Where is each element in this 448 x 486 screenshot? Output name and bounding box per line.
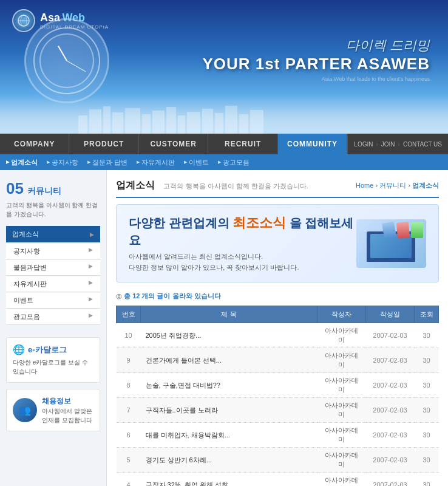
- row-author: 아사아카데미: [317, 473, 366, 486]
- svg-rect-3: [78, 115, 87, 134]
- contact-link[interactable]: CONTACT US: [403, 141, 442, 148]
- row-date: 2007-02-03: [366, 423, 415, 448]
- row-date: 2007-02-03: [366, 348, 415, 373]
- sidebar-ecatalog-banner[interactable]: 🌐 e-카달로그 다양한 e카달로그를 보실 수 있습니다: [6, 337, 100, 383]
- sub-nav-notice[interactable]: 공지사항: [47, 158, 78, 167]
- svg-rect-13: [202, 109, 213, 134]
- nav-product[interactable]: PRODUCT: [69, 134, 138, 154]
- nav-community[interactable]: COMMUNITY: [278, 134, 347, 154]
- table-row: 9 건론가에게 들어본 선택... 아사아카데미 2007-02-03 30: [117, 348, 439, 373]
- row-views: 30: [415, 348, 439, 373]
- col-title: 제 목: [141, 306, 317, 323]
- sidebar-menu-freeboard[interactable]: 자유게시판▶: [6, 276, 100, 292]
- breadcrumb-home[interactable]: Home: [356, 182, 373, 189]
- row-views: 30: [415, 448, 439, 473]
- row-author: 아사아카데미: [317, 448, 366, 473]
- section-heading: 다양한 관련업계의 최조소식 을 접해보세요: [129, 214, 356, 248]
- clock-decoration: [24, 18, 109, 103]
- table-row: 6 대를 미취업자, 채용박람회... 아사아카데미 2007-02-03 30: [117, 423, 439, 448]
- row-num: 5: [117, 448, 141, 473]
- sub-nav-event[interactable]: 이벤트: [184, 158, 209, 167]
- row-date: 2007-02-03: [366, 473, 415, 486]
- col-author: 작성자: [317, 306, 366, 323]
- row-views: 30: [415, 323, 439, 348]
- row-views: 30: [415, 423, 439, 448]
- sidebar-menu-event[interactable]: 이벤트▶: [6, 293, 100, 309]
- row-title[interactable]: 구직자 32%, 취업 위해 성찰: [141, 473, 317, 486]
- section-banner: 다양한 관련업계의 최조소식 을 접해보세요 아사웹에서 알려드리는 최신 업계…: [116, 204, 439, 282]
- sidebar-recruit-banner[interactable]: 👥 채용정보 아사웹에서 알맞은 인재를 모집합니다: [6, 389, 100, 431]
- sidebar-ecatalog-sub: 다양한 e카달로그를 보실 수 있습니다: [13, 358, 93, 376]
- nav-auth-area: LOGIN › JOIN › CONTACT US: [347, 134, 448, 154]
- row-title[interactable]: 대를 미취업자, 채용박람회...: [141, 423, 317, 448]
- table-row: 8 논술, 구술,면접 대비법?? 아사아카데미 2007-02-03 30: [117, 373, 439, 398]
- count-bar: ◎ 총 12 개의 글이 올라와 있습니다: [116, 292, 439, 301]
- sidebar-menu-ad[interactable]: 광고모음▶: [6, 309, 100, 325]
- row-num: 6: [117, 423, 141, 448]
- svg-rect-12: [187, 112, 200, 134]
- section-desc1: 아사웹에서 알려드리는 최신 업계소식입니다.: [129, 252, 356, 262]
- svg-rect-14: [215, 113, 223, 134]
- svg-rect-6: [112, 112, 123, 134]
- sidebar-menu-notice[interactable]: 공지사항▶: [6, 244, 100, 259]
- table-row: 10 2005년 취업경향... 아사아카데미 2007-02-03 30: [117, 323, 439, 348]
- svg-rect-15: [225, 106, 237, 134]
- row-title[interactable]: 건론가에게 들어본 선택...: [141, 348, 317, 373]
- breadcrumb-current: 업계소식: [412, 182, 439, 189]
- data-table: 번호 제 목 작성자 작성일 조회 10 2005년 취업경향... 아사아카데…: [116, 306, 439, 486]
- login-link[interactable]: LOGIN: [354, 141, 373, 148]
- row-title[interactable]: 2005년 취업경향...: [141, 323, 317, 348]
- table-row: 7 구직자들..이곳를 노려라 아사아카데미 2007-02-03 30: [117, 398, 439, 423]
- main-content: 05 커뮤니티 고객의 행복을 아사웹이 함께 한걸음 가겠습니다. 업계소식▶…: [0, 170, 448, 486]
- sub-nav-ad[interactable]: 광고모음: [218, 158, 249, 167]
- row-views: 30: [415, 373, 439, 398]
- nav-recruit[interactable]: RECRUIT: [208, 134, 277, 154]
- row-num: 7: [117, 398, 141, 423]
- row-date: 2007-02-03: [366, 398, 415, 423]
- breadcrumb-community[interactable]: 커뮤니티: [379, 182, 406, 189]
- row-title[interactable]: 논술, 구술,면접 대비법??: [141, 373, 317, 398]
- sidebar-ecatalog-title: 🌐 e-카달로그: [13, 344, 93, 355]
- row-num: 9: [117, 348, 141, 373]
- col-num: 번호: [117, 306, 141, 323]
- col-date: 작성일: [366, 306, 415, 323]
- section-desc2: 다양한 정보 많이 알아가 있으나, 꼭 찾아보시기 바랍니다.: [129, 262, 356, 273]
- row-date: 2007-02-03: [366, 373, 415, 398]
- row-author: 아사아카데미: [317, 398, 366, 423]
- nav-company[interactable]: COMPANY: [0, 134, 69, 154]
- row-title[interactable]: 구직자들..이곳를 노려라: [141, 398, 317, 423]
- sub-nav-freeboard[interactable]: 자유게시판: [137, 158, 175, 167]
- row-views: 30: [415, 398, 439, 423]
- banner-title: 다이렉 드리밍 YOUR 1st PARTER ASAWEB Asia Web …: [203, 36, 430, 82]
- svg-rect-4: [89, 109, 101, 134]
- sub-nav-industry[interactable]: 업계소식: [6, 158, 38, 167]
- row-num: 8: [117, 373, 141, 398]
- logo-icon: [12, 9, 35, 32]
- col-views: 조회: [415, 306, 439, 323]
- join-link[interactable]: JOIN: [381, 141, 395, 148]
- row-views: 30: [415, 473, 439, 486]
- row-num: 4: [117, 473, 141, 486]
- row-date: 2007-02-03: [366, 448, 415, 473]
- sidebar-recruit-icon: 👥: [13, 398, 37, 422]
- breadcrumb: Home › 커뮤니티 › 업계소식: [356, 181, 439, 190]
- svg-rect-9: [152, 111, 165, 134]
- sidebar-subtitle: 고객의 행복을 아사웹이 함께 한걸음 가겠습니다.: [6, 200, 100, 219]
- main-nav: COMPANY PRODUCT CUSTOMER RECRUIT COMMUNI…: [0, 134, 448, 154]
- sidebar: 05 커뮤니티 고객의 행복을 아사웹이 함께 한걸음 가겠습니다. 업계소식▶…: [0, 170, 106, 486]
- section-banner-image: [356, 219, 426, 268]
- svg-rect-8: [142, 114, 151, 134]
- header-banner: Asa Web DIGITAL DREAM UTOPIA 다이렉 드리밍 YOU…: [0, 0, 448, 134]
- breadcrumb-bar: 업계소식 고객의 행복을 아사웹이 함께 한걸음 가겠습니다. Home › 커…: [116, 179, 439, 198]
- page-title: 업계소식 고객의 행복을 아사웹이 함께 한걸음 가겠습니다.: [116, 179, 308, 192]
- row-author: 아사아카데미: [317, 373, 366, 398]
- section-banner-text: 다양한 관련업계의 최조소식 을 접해보세요 아사웹에서 알려드리는 최신 업계…: [129, 214, 356, 273]
- sidebar-menu-qna[interactable]: 물음과답변▶: [6, 260, 100, 276]
- row-title[interactable]: 경기도 상반기 6차례...: [141, 448, 317, 473]
- sidebar-recruit-text: 채용정보 아사웹에서 알맞은 인재를 모집합니다: [42, 395, 93, 425]
- sidebar-menu-industry[interactable]: 업계소식▶: [6, 226, 100, 242]
- sidebar-title: 05 커뮤니티: [6, 179, 100, 198]
- nav-customer[interactable]: CUSTOMER: [139, 134, 208, 154]
- sub-nav-qna[interactable]: 질문과 답변: [87, 158, 127, 167]
- row-author: 아사아카데미: [317, 423, 366, 448]
